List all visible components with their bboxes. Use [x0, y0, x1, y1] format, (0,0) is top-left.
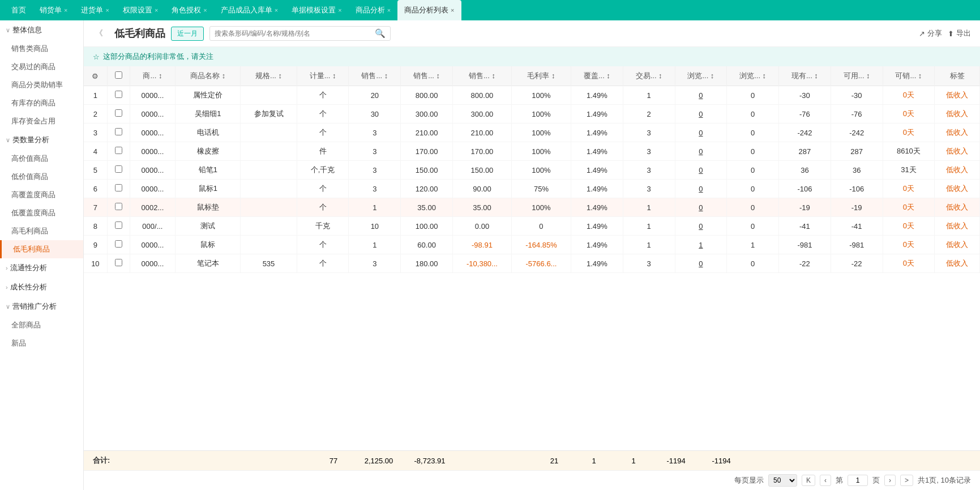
col-code[interactable]: 商... ↕	[130, 66, 176, 86]
last-page-button[interactable]: >	[900, 475, 913, 486]
row-checkbox[interactable]	[107, 180, 130, 198]
close-icon[interactable]: ×	[451, 7, 454, 14]
col-checkbox[interactable]	[107, 66, 130, 86]
sidebar-item-sales-goods[interactable]: 销售类商品	[0, 40, 83, 58]
export-button[interactable]: ⬆ 导出	[948, 28, 971, 39]
row-checkbox[interactable]	[107, 161, 130, 180]
close-icon[interactable]: ×	[338, 7, 341, 14]
sidebar-group-flow-analysis[interactable]: › 流通性分析	[0, 258, 83, 278]
close-icon[interactable]: ×	[64, 7, 67, 14]
row-select-checkbox[interactable]	[115, 128, 122, 135]
row-view1[interactable]: 0	[675, 161, 727, 180]
row-select-checkbox[interactable]	[115, 109, 122, 117]
first-page-button[interactable]: K	[802, 475, 815, 486]
select-all-checkbox[interactable]	[115, 71, 122, 79]
col-available[interactable]: 可用... ↕	[831, 66, 883, 86]
col-name[interactable]: 商品名称 ↕	[176, 66, 241, 86]
row-checkbox[interactable]	[107, 86, 130, 105]
nav-product-in[interactable]: 产品成品入库单 ×	[214, 0, 285, 20]
prev-page-button[interactable]: ‹	[820, 475, 831, 486]
page-number-input[interactable]	[848, 475, 868, 486]
row-select-checkbox[interactable]	[115, 221, 122, 229]
row-view1[interactable]: 0	[675, 198, 727, 217]
next-page-button[interactable]: ›	[884, 475, 896, 486]
sidebar-item-all-goods[interactable]: 全部商品	[0, 316, 83, 334]
col-view1[interactable]: 浏览... ↕	[675, 66, 727, 86]
row-view1[interactable]: 0	[675, 105, 727, 123]
col-sales-amount[interactable]: 销售... ↕	[452, 66, 511, 86]
row-select-checkbox[interactable]	[115, 91, 122, 98]
share-button[interactable]: ↗ 分享	[919, 28, 942, 39]
col-coverage[interactable]: 覆盖... ↕	[571, 66, 623, 86]
row-view1[interactable]: 1	[675, 236, 727, 254]
col-settings[interactable]: ⚙	[84, 66, 107, 86]
search-icon[interactable]: 🔍	[375, 28, 386, 39]
nav-template-settings[interactable]: 单据模板设置 ×	[285, 0, 348, 20]
sidebar-group-overall[interactable]: ∨ 整体信息	[0, 20, 83, 40]
sidebar-item-new-goods[interactable]: 新品	[0, 334, 83, 352]
col-sales-qty[interactable]: 销售... ↕	[349, 66, 401, 86]
col-unit[interactable]: 计量... ↕	[297, 66, 349, 86]
row-checkbox[interactable]	[107, 142, 130, 161]
row-select-checkbox[interactable]	[115, 203, 122, 210]
filter-recent-month-button[interactable]: 近一月	[171, 27, 204, 41]
row-checkbox[interactable]	[107, 236, 130, 254]
collapse-sidebar-button[interactable]: 《	[93, 26, 105, 41]
row-select-checkbox[interactable]	[115, 165, 122, 173]
sidebar-group-quantity-analysis[interactable]: ∨ 类数量分析	[0, 130, 83, 150]
sidebar-group-growth-analysis[interactable]: › 成长性分析	[0, 278, 83, 297]
nav-permission[interactable]: 权限设置 ×	[116, 0, 165, 20]
nav-purchase-order[interactable]: 进货单 ×	[74, 0, 115, 20]
col-sales-price[interactable]: 销售... ↕	[401, 66, 453, 86]
row-view1[interactable]: 0	[675, 180, 727, 198]
row-select-checkbox[interactable]	[115, 147, 122, 154]
sidebar-group-marketing-analysis[interactable]: ∨ 营销推广分析	[0, 297, 83, 316]
row-checkbox[interactable]	[107, 217, 130, 236]
sidebar-item-low-profit[interactable]: 低毛利商品	[0, 240, 83, 258]
sidebar-item-high-value[interactable]: 高价值商品	[0, 150, 83, 168]
row-checkbox[interactable]	[107, 198, 130, 217]
sidebar-item-stocked-goods[interactable]: 有库存的商品	[0, 94, 83, 112]
col-spec[interactable]: 规格... ↕	[241, 66, 297, 86]
row-sales-amount: 170.00	[452, 142, 511, 161]
row-view1[interactable]: 0	[675, 123, 727, 142]
nav-home[interactable]: 首页	[5, 0, 33, 20]
close-icon[interactable]: ×	[105, 7, 109, 14]
row-checkbox[interactable]	[107, 123, 130, 142]
col-saleable[interactable]: 可销... ↕	[883, 66, 935, 86]
nav-role-auth[interactable]: 角色授权 ×	[165, 0, 213, 20]
col-gross-margin[interactable]: 毛利率 ↕	[511, 66, 571, 86]
row-view1[interactable]: 0	[675, 217, 727, 236]
row-checkbox[interactable]	[107, 254, 130, 273]
row-view1[interactable]: 0	[675, 254, 727, 273]
row-select-checkbox[interactable]	[115, 240, 122, 248]
sidebar-item-low-coverage[interactable]: 低覆盖度商品	[0, 204, 83, 222]
nav-product-analysis[interactable]: 商品分析 ×	[349, 0, 397, 20]
col-current[interactable]: 现有... ↕	[779, 66, 831, 86]
row-spec	[241, 180, 297, 198]
nav-sales-order[interactable]: 销货单 ×	[33, 0, 74, 20]
sidebar-item-stock-capital[interactable]: 库存资金占用	[0, 112, 83, 130]
col-trade[interactable]: 交易... ↕	[623, 66, 675, 86]
row-view1[interactable]: 0	[675, 86, 727, 105]
page-size-select[interactable]: 50 100 200	[768, 474, 797, 487]
row-select-checkbox[interactable]	[115, 184, 122, 191]
sidebar-item-category-rate[interactable]: 商品分类助销率	[0, 76, 83, 94]
sidebar-item-traded-goods[interactable]: 交易过的商品	[0, 58, 83, 76]
nav-analysis-list[interactable]: 商品分析列表 ×	[397, 0, 461, 20]
row-select-checkbox[interactable]	[115, 259, 122, 266]
close-icon[interactable]: ×	[387, 7, 391, 14]
sidebar-item-high-profit[interactable]: 高毛利商品	[0, 222, 83, 240]
row-name: 鼠标	[176, 236, 241, 254]
row-view1[interactable]: 0	[675, 142, 727, 161]
close-icon[interactable]: ×	[155, 7, 158, 14]
col-tag[interactable]: 标签	[935, 66, 980, 86]
row-checkbox[interactable]	[107, 105, 130, 123]
col-view2[interactable]: 浏览... ↕	[727, 66, 779, 86]
search-input[interactable]	[215, 29, 375, 37]
close-icon[interactable]: ×	[275, 7, 278, 14]
sidebar-item-low-value[interactable]: 低价值商品	[0, 168, 83, 186]
table-wrapper[interactable]: ⚙ 商... ↕ 商品名称 ↕ 规格... ↕ 计量... ↕ 销售... ↕ …	[84, 66, 980, 450]
close-icon[interactable]: ×	[203, 7, 207, 14]
sidebar-item-high-coverage[interactable]: 高覆盖度商品	[0, 186, 83, 204]
